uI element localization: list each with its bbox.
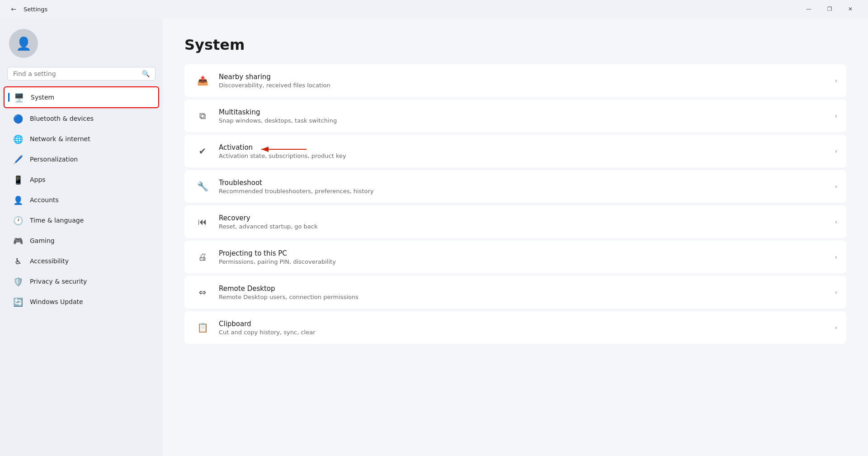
multitasking-icon: ⧉ <box>193 107 212 125</box>
recovery-subtitle: Reset, advanced startup, go back <box>219 223 835 230</box>
troubleshoot-subtitle: Recommended troubleshooters, preferences… <box>219 188 835 195</box>
sidebar-nav: 🖥️ System 🔵 Bluetooth & devices 🌐 Networ… <box>0 86 163 312</box>
content-area: System 📤 Nearby sharing Discoverability,… <box>163 18 868 456</box>
clipboard-icon: 📋 <box>193 318 212 337</box>
search-input[interactable] <box>13 70 138 77</box>
clipboard-subtitle: Cut and copy history, sync, clear <box>219 329 835 336</box>
projecting-icon: 🖨 <box>193 248 212 266</box>
settings-card-clipboard[interactable]: 📋 Clipboard Cut and copy history, sync, … <box>184 311 846 344</box>
troubleshoot-chevron: › <box>835 183 837 190</box>
sidebar-label-bluetooth: Bluetooth & devices <box>30 115 94 122</box>
accounts-icon: 👤 <box>13 195 24 205</box>
sidebar-item-time[interactable]: 🕐 Time & language <box>4 210 159 230</box>
recovery-title: Recovery <box>219 214 835 222</box>
multitasking-subtitle: Snap windows, desktops, task switching <box>219 117 835 124</box>
sidebar-label-apps: Apps <box>30 176 46 183</box>
app-title: Settings <box>24 6 47 13</box>
nearby-sharing-subtitle: Discoverability, received files location <box>219 82 835 89</box>
window-controls: — ❐ ✕ <box>798 0 861 18</box>
nearby-sharing-chevron: › <box>835 77 837 84</box>
sidebar-label-system: System <box>31 94 54 101</box>
privacy-icon: 🛡️ <box>13 276 24 287</box>
accessibility-icon: ♿ <box>13 256 24 266</box>
settings-card-recovery[interactable]: ⏮ Recovery Reset, advanced startup, go b… <box>184 205 846 238</box>
gaming-icon: 🎮 <box>13 235 24 246</box>
sidebar-label-gaming: Gaming <box>30 237 55 244</box>
settings-card-activation[interactable]: ✔ Activation Activation state, subscript… <box>184 135 846 167</box>
main-layout: 👤 🔍 🖥️ System 🔵 Bluetooth & devices 🌐 Ne… <box>0 18 868 456</box>
close-button[interactable]: ✕ <box>840 0 861 18</box>
sidebar-item-bluetooth[interactable]: 🔵 Bluetooth & devices <box>4 109 159 128</box>
network-icon: 🌐 <box>13 133 24 144</box>
activation-chevron: › <box>835 147 837 155</box>
windows-update-icon: 🔄 <box>13 296 24 307</box>
nearby-sharing-icon: 📤 <box>193 71 212 90</box>
time-icon: 🕐 <box>13 215 24 226</box>
sidebar-item-accounts[interactable]: 👤 Accounts <box>4 190 159 210</box>
settings-card-troubleshoot[interactable]: 🔧 Troubleshoot Recommended troubleshoote… <box>184 170 846 203</box>
activation-title: Activation <box>219 143 835 152</box>
sidebar-label-accounts: Accounts <box>30 196 59 204</box>
settings-card-nearby-sharing[interactable]: 📤 Nearby sharing Discoverability, receiv… <box>184 64 846 97</box>
sidebar-item-apps[interactable]: 📱 Apps <box>4 170 159 190</box>
remote-desktop-chevron: › <box>835 289 837 296</box>
page-title: System <box>184 36 846 53</box>
sidebar-label-accessibility: Accessibility <box>30 257 69 265</box>
multitasking-chevron: › <box>835 112 837 119</box>
sidebar-item-privacy[interactable]: 🛡️ Privacy & security <box>4 271 159 291</box>
back-button[interactable]: ← <box>7 3 20 15</box>
search-icon: 🔍 <box>142 70 150 77</box>
bluetooth-icon: 🔵 <box>13 113 24 124</box>
multitasking-title: Multitasking <box>219 108 835 116</box>
sidebar-item-personalization[interactable]: 🖊️ Personalization <box>4 149 159 169</box>
settings-list: 📤 Nearby sharing Discoverability, receiv… <box>184 64 846 344</box>
sidebar-label-privacy: Privacy & security <box>30 278 87 285</box>
activation-icon: ✔ <box>193 142 212 160</box>
remote-desktop-subtitle: Remote Desktop users, connection permiss… <box>219 294 835 300</box>
personalization-icon: 🖊️ <box>13 154 24 165</box>
projecting-subtitle: Permissions, pairing PIN, discoverabilit… <box>219 258 835 265</box>
remote-desktop-title: Remote Desktop <box>219 285 835 293</box>
troubleshoot-icon: 🔧 <box>193 177 212 195</box>
sidebar-label-personalization: Personalization <box>30 156 78 163</box>
sidebar-item-gaming[interactable]: 🎮 Gaming <box>4 231 159 251</box>
settings-card-multitasking[interactable]: ⧉ Multitasking Snap windows, desktops, t… <box>184 100 846 132</box>
clipboard-title: Clipboard <box>219 320 835 328</box>
recovery-icon: ⏮ <box>193 213 212 231</box>
nearby-sharing-title: Nearby sharing <box>219 73 835 81</box>
projecting-title: Projecting to this PC <box>219 249 835 257</box>
sidebar-item-windows-update[interactable]: 🔄 Windows Update <box>4 292 159 312</box>
minimize-button[interactable]: — <box>798 0 819 18</box>
troubleshoot-title: Troubleshoot <box>219 179 835 187</box>
sidebar-label-network: Network & internet <box>30 135 90 142</box>
projecting-chevron: › <box>835 253 837 261</box>
titlebar: ← Settings — ❐ ✕ <box>0 0 868 18</box>
settings-card-projecting[interactable]: 🖨 Projecting to this PC Permissions, pai… <box>184 241 846 273</box>
avatar: 👤 <box>9 29 38 58</box>
sidebar-item-accessibility[interactable]: ♿ Accessibility <box>4 251 159 271</box>
sidebar-item-network[interactable]: 🌐 Network & internet <box>4 129 159 149</box>
remote-desktop-icon: ⇔ <box>193 283 212 301</box>
apps-icon: 📱 <box>13 174 24 185</box>
sidebar-label-windows-update: Windows Update <box>30 298 83 305</box>
user-avatar-area: 👤 <box>0 18 163 65</box>
recovery-chevron: › <box>835 218 837 225</box>
activation-subtitle: Activation state, subscriptions, product… <box>219 152 835 159</box>
settings-card-remote-desktop[interactable]: ⇔ Remote Desktop Remote Desktop users, c… <box>184 276 846 309</box>
sidebar: 👤 🔍 🖥️ System 🔵 Bluetooth & devices 🌐 Ne… <box>0 18 163 456</box>
clipboard-chevron: › <box>835 324 837 331</box>
sidebar-label-time: Time & language <box>30 217 84 224</box>
system-icon: 🖥️ <box>14 92 24 103</box>
maximize-button[interactable]: ❐ <box>819 0 840 18</box>
sidebar-item-system[interactable]: 🖥️ System <box>4 86 159 108</box>
search-box[interactable]: 🔍 <box>7 67 156 81</box>
